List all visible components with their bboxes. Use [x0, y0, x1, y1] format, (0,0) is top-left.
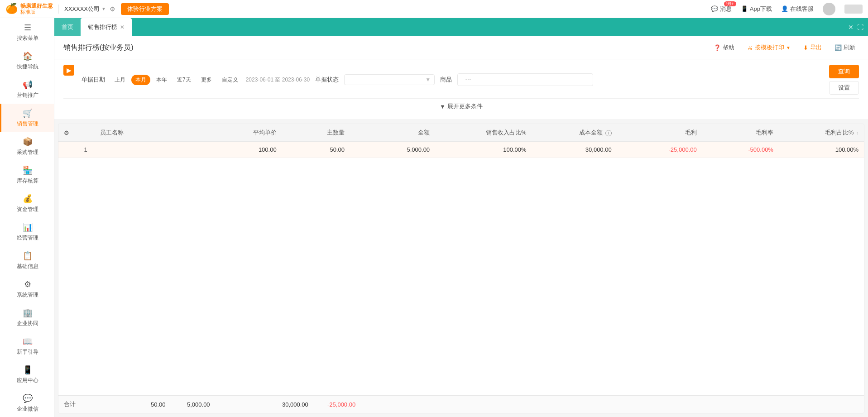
- company-chevron-icon: ▼: [101, 6, 106, 11]
- message-icon-wrapper[interactable]: 💬 消息 99+: [711, 5, 732, 13]
- footer-main-qty: 50.00: [145, 401, 182, 408]
- sales-icon: 🛒: [23, 108, 33, 118]
- tab-home-label: 首页: [62, 23, 73, 31]
- export-button[interactable]: ⬇ 导出: [800, 42, 825, 53]
- sidebar-item-label-inventory: 库存核算: [17, 177, 38, 185]
- status-select[interactable]: ▼: [344, 74, 435, 85]
- sidebar-item-system[interactable]: ⚙ 系统管理: [0, 275, 54, 303]
- goods-filter-label: 商品: [440, 76, 452, 84]
- row-profit-pct: 100.00%: [779, 142, 864, 158]
- table-header-row: ⚙ 员工名称 平均单价 主数量: [58, 124, 864, 142]
- goods-input[interactable]: ···: [457, 73, 593, 86]
- page-header-actions: ❓ 帮助 🖨 按模板打印 ▼ ⬇ 导出 🔄 刷新: [710, 42, 859, 53]
- filter-bar: ▶ 单据日期 上月 本月: [54, 59, 868, 120]
- print-button[interactable]: 🖨 按模板打印 ▼: [743, 42, 794, 53]
- sidebar-item-finance[interactable]: 💰 资金管理: [0, 189, 54, 218]
- operations-icon: 📊: [23, 222, 33, 232]
- online-service-label: 在线客服: [790, 5, 814, 13]
- finance-icon: 💰: [23, 194, 33, 204]
- date-filter-label: 单据日期: [82, 76, 105, 84]
- sidebar-item-enterprise[interactable]: 🏢 企业协同: [0, 303, 54, 332]
- search-button[interactable]: 查询: [829, 65, 859, 78]
- sidebar-item-label-wechat: 企业微信: [17, 405, 38, 413]
- expand-more-row[interactable]: ▼ 展开更多条件: [63, 98, 859, 114]
- query-actions: 查询 设置: [829, 65, 859, 95]
- col-header-cost: 成本全额 i: [532, 124, 617, 142]
- export-icon: ⬇: [803, 44, 808, 51]
- online-service-link[interactable]: 👤 在线客服: [781, 5, 814, 13]
- app-download-icon: 📱: [741, 5, 748, 12]
- date-pill-this-year[interactable]: 本年: [152, 75, 171, 85]
- row-avg-price: 100.00: [197, 142, 282, 158]
- page-header: 销售排行榜(按业务员) ❓ 帮助 🖨 按模板打印 ▼ ⬇ 导出: [54, 36, 868, 59]
- cost-info-icon[interactable]: i: [605, 130, 612, 136]
- tab-close-icon[interactable]: ✕: [120, 24, 125, 30]
- tab-maximize-icon[interactable]: ⛶: [857, 24, 863, 31]
- filter-toggle-button[interactable]: ▶: [63, 65, 74, 76]
- purchase-icon: 📦: [23, 137, 33, 147]
- export-label: 导出: [810, 43, 822, 52]
- date-pill-more[interactable]: 更多: [197, 75, 216, 85]
- app-download-link[interactable]: 📱 App下载: [741, 5, 772, 13]
- main-layout: ☰ 搜索菜单 🏠 快捷导航 📢 营销推广 🛒 销售管理 📦 采购管理 🏪 库存核…: [0, 18, 868, 417]
- logo-area: 🍊 畅康通好生意 标准版: [5, 3, 53, 15]
- expand-more-label: 展开更多条件: [447, 102, 483, 110]
- help-button[interactable]: ❓ 帮助: [710, 42, 738, 53]
- search-order-icon: ☰: [24, 23, 31, 33]
- tab-close-window-icon[interactable]: ✕: [848, 24, 854, 31]
- header-right: 💬 消息 99+ 📱 App下载 👤 在线客服: [711, 3, 863, 15]
- status-chevron-icon: ▼: [425, 77, 431, 83]
- status-filter-label: 单据状态: [315, 76, 339, 84]
- tab-home[interactable]: 首页: [54, 18, 81, 36]
- row-employee-name: [95, 142, 197, 158]
- col-header-sales-pct: 销售收入占比%: [435, 124, 532, 142]
- settings-button[interactable]: 设置: [829, 81, 859, 95]
- date-pill-custom[interactable]: 自定义: [218, 75, 242, 85]
- app-name: 畅康通好生意: [20, 3, 53, 9]
- company-settings-icon[interactable]: ⚙: [110, 5, 115, 13]
- sidebar-item-app-center[interactable]: 📱 应用中心: [0, 360, 54, 389]
- row-profit-rate: -500.00%: [702, 142, 779, 158]
- sidebar-item-sales[interactable]: 🛒 销售管理: [0, 104, 54, 132]
- profit-pct-sort-icon[interactable]: ↕: [856, 130, 858, 135]
- row-sales-pct: 100.00%: [435, 142, 532, 158]
- tab-sales-ranking-label: 销售排行榜: [88, 23, 117, 31]
- company-selector[interactable]: XXXXXX公司 ▼: [64, 5, 106, 13]
- row-rank: 1: [77, 142, 95, 158]
- sidebar-item-marketing[interactable]: 📢 营销推广: [0, 75, 54, 104]
- date-pill-7days[interactable]: 近7天: [173, 75, 195, 85]
- filter-row-1: 单据日期 上月 本月 本年: [82, 65, 859, 95]
- sidebar-item-enterprise-wechat[interactable]: 💬 企业微信: [0, 389, 54, 417]
- sidebar-item-quick-nav[interactable]: 🏠 快捷导航: [0, 47, 54, 75]
- date-pill-this-month[interactable]: 本月: [131, 75, 150, 85]
- avatar[interactable]: [823, 3, 835, 15]
- tab-sales-ranking[interactable]: 销售排行榜 ✕: [81, 18, 132, 36]
- table-body: 1 100.00 50.00 5,000.00 100.00% 30,000.0…: [58, 142, 864, 158]
- date-pills: 上月 本月 本年 近7天: [110, 75, 310, 85]
- user-name-placeholder: [844, 5, 863, 14]
- refresh-button[interactable]: 🔄 刷新: [831, 42, 859, 53]
- tab-bar-actions: ✕ ⛶: [848, 18, 868, 36]
- sidebar-item-label-guide: 新手引导: [17, 348, 38, 356]
- sidebar-item-inventory[interactable]: 🏪 库存核算: [0, 161, 54, 189]
- sidebar-item-purchase[interactable]: 📦 采购管理: [0, 132, 54, 161]
- col-header-avg-price: 平均单价: [197, 124, 282, 142]
- marketing-icon: 📢: [23, 80, 33, 90]
- sidebar-item-basic-info[interactable]: 📋 基础信息: [0, 246, 54, 275]
- content-area: 首页 销售排行榜 ✕ ✕ ⛶ 销售排行榜(按业务员) ❓ 帮助: [54, 18, 868, 417]
- sidebar-item-label-finance: 资金管理: [17, 206, 38, 213]
- row-icon-cell: [58, 142, 77, 158]
- divider: [58, 5, 59, 14]
- sidebar-item-label-quick: 快捷导航: [17, 63, 38, 71]
- top-header: 🍊 畅康通好生意 标准版 XXXXXX公司 ▼ ⚙ 体验行业方案 💬 消息 99…: [0, 0, 868, 18]
- date-pill-last-month[interactable]: 上月: [110, 75, 129, 85]
- trial-button[interactable]: 体验行业方案: [121, 3, 169, 15]
- app-version: 标准版: [20, 9, 53, 15]
- sidebar-item-operations[interactable]: 📊 经营管理: [0, 218, 54, 246]
- sidebar-item-label-system: 系统管理: [17, 291, 38, 299]
- sidebar-item-search-order[interactable]: ☰ 搜索菜单: [0, 18, 54, 47]
- sidebar-item-guide[interactable]: 📖 新手引导: [0, 332, 54, 360]
- tab-bar: 首页 销售排行榜 ✕ ✕ ⛶: [54, 18, 868, 36]
- print-label: 按模板打印: [755, 43, 784, 52]
- message-badge: 99+: [724, 1, 736, 6]
